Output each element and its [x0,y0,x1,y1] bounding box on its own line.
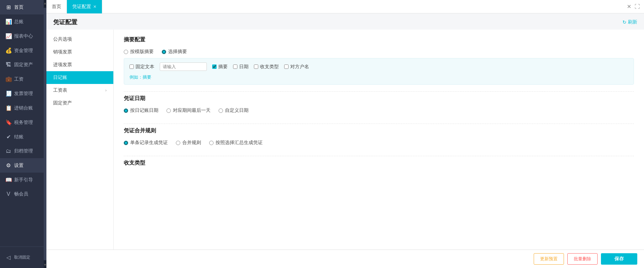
scroll-thumb [44,8,46,260]
checkbox-summary[interactable]: 摘要 [212,64,228,70]
date-radio-period-last-input[interactable] [166,108,171,113]
checkbox-counterpart[interactable]: 对方户名 [284,64,309,70]
summary-section: 摘要配置 按模版摘要 选择摘要 [124,36,634,92]
date-radio-journal[interactable]: 按日记账日期 [124,107,158,114]
expand-button[interactable]: ⛶ [635,4,640,10]
update-preset-button[interactable]: 更新预置 [534,253,564,265]
invoice-icon: 🧾 [5,90,11,97]
checkout-icon: ✔ [5,134,11,140]
summary-radio-select-input[interactable] [162,50,166,54]
date-radio-journal-input[interactable] [124,108,128,113]
summary-radio-select[interactable]: 选择摘要 [162,49,187,55]
summary-checkbox-row: 固定文本 摘要 日期 [124,58,634,85]
left-nav-journal[interactable]: 日记账 [46,71,113,84]
left-nav-common[interactable]: 公共选项 [46,33,113,46]
sidebar: ⊞首页📊总账📈报表中心💰资金管理🏗固定资产💼工资🧾发票管理📋进销台账🔖税务管理✔… [0,0,44,268]
checkbox-date[interactable]: 日期 [233,64,249,70]
save-button[interactable]: 保存 [601,253,637,265]
date-radio-custom[interactable]: 自定义日期 [219,107,249,114]
main-area: 首页凭证配置✕ ✕ ⛶ 凭证配置 ↻ 刷新 公共选项销项发票进项发票日记账工资表… [46,0,644,268]
left-nav-purchase[interactable]: 进项发票 [46,58,113,71]
voucher-date-radio-group: 按日记账日期 对应期间最后一天 自定义日期 [124,107,634,114]
date-radio-custom-input[interactable] [219,108,223,113]
example-text: 例如：摘要 [129,74,628,80]
left-nav-payroll[interactable]: 工资表› [46,84,113,97]
summary-checkbox-group: 固定文本 摘要 日期 [129,62,628,71]
left-nav-fixed_assets[interactable]: 固定资产 [46,97,113,109]
ledger-icon: 📊 [5,18,11,25]
sidebar-cancel-pin[interactable]: ◁ 取消固定 [0,250,44,265]
left-nav: 公共选项销项发票进项发票日记账工资表›固定资产 [46,30,114,250]
sidebar-item-trade[interactable]: 📋进销台账 [0,101,44,115]
sidebar-scrollbar: ▲ ▼ [44,0,46,268]
right-content: 摘要配置 按模版摘要 选择摘要 [114,30,644,250]
merge-radio-merge-input[interactable] [176,141,180,145]
checkbox-date-input[interactable] [233,64,237,69]
income-type-section: 收支类型 [124,160,634,179]
page-title: 凭证配置 [53,18,77,26]
refresh-icon: ↻ [622,19,627,25]
left-nav-sales[interactable]: 销项发票 [46,46,113,58]
tab-bar: 首页凭证配置✕ ✕ ⛶ [46,0,644,13]
merge-radio-summary-input[interactable] [209,141,214,145]
merge-radio-single-input[interactable] [124,141,128,145]
checkbox-income-type-input[interactable] [254,64,258,69]
sidebar-item-report[interactable]: 📈报表中心 [0,29,44,43]
assets-icon: 🏗 [5,62,11,68]
sidebar-item-guide[interactable]: 📖新手引导 [0,173,44,187]
checkbox-counterpart-input[interactable] [284,64,289,69]
batch-delete-button[interactable]: 批量删除 [567,253,598,265]
sidebar-item-salary[interactable]: 💼工资 [0,72,44,86]
guide-icon: 📖 [5,177,11,183]
sidebar-item-invoice[interactable]: 🧾发票管理 [0,86,44,101]
merge-radio-merge[interactable]: 合并规则 [176,140,201,146]
window-controls: ✕ ⛶ [627,3,644,10]
sidebar-item-checkout[interactable]: ✔结账 [0,130,44,144]
sidebar-item-ledger[interactable]: 📊总账 [0,14,44,29]
page-header: 凭证配置 ↻ 刷新 [46,13,644,30]
tab-home[interactable]: 首页 [46,0,67,13]
sidebar-item-vip[interactable]: V畅会员 [0,187,44,201]
summary-title: 摘要配置 [124,36,634,43]
sidebar-item-settings[interactable]: ⚙设置 [0,158,44,173]
sidebar-item-home[interactable]: ⊞首页 [0,0,44,14]
chevron-icon: › [105,88,107,93]
fund-icon: 💰 [5,47,11,54]
report-icon: 📈 [5,33,11,39]
archive-icon: 🗂 [5,148,11,154]
merge-radio-single[interactable]: 单条记录生成凭证 [124,140,168,146]
summary-radio-group: 按模版摘要 选择摘要 [124,49,634,55]
refresh-button[interactable]: ↻ 刷新 [622,19,637,25]
merge-radio-summary[interactable]: 按照选择汇总生成凭证 [209,140,263,146]
tab-voucher[interactable]: 凭证配置✕ [67,0,102,13]
date-radio-period-last[interactable]: 对应期间最后一天 [166,107,211,114]
sidebar-item-assets[interactable]: 🏗固定资产 [0,58,44,72]
main-layout: 公共选项销项发票进项发票日记账工资表›固定资产 摘要配置 按模版摘要 选择摘要 [46,30,644,250]
settings-icon: ⚙ [5,162,11,169]
sidebar-item-tax[interactable]: 🔖税务管理 [0,115,44,130]
voucher-date-section: 凭证日期 按日记账日期 对应期间最后一天 自定义日期 [124,95,634,124]
checkbox-income-type[interactable]: 收支类型 [254,64,279,70]
voucher-date-title: 凭证日期 [124,95,634,102]
merge-rule-radio-group: 单条记录生成凭证 合并规则 按照选择汇总生成凭证 [124,140,634,146]
sidebar-item-fund[interactable]: 💰资金管理 [0,43,44,58]
sidebar-item-archive[interactable]: 🗂归档管理 [0,144,44,158]
summary-radio-template-input[interactable] [124,50,128,54]
tab-close-icon[interactable]: ✕ [93,4,97,9]
summary-radio-template[interactable]: 按模版摘要 [124,49,154,55]
trade-icon: 📋 [5,105,11,111]
close-button[interactable]: ✕ [627,3,631,10]
content-wrapper: 凭证配置 ↻ 刷新 公共选项销项发票进项发票日记账工资表›固定资产 摘要配置 [46,13,644,268]
income-type-title: 收支类型 [124,160,634,167]
salary-icon: 💼 [5,76,11,82]
checkbox-fixed-text[interactable]: 固定文本 [129,64,154,70]
bottom-bar: 更新预置 批量删除 保存 [46,250,644,268]
checkbox-fixed-text-input[interactable] [129,64,134,69]
pin-icon: ◁ [5,254,11,261]
checkbox-summary-input[interactable] [212,64,217,69]
vip-icon: V [5,191,11,197]
home-icon: ⊞ [5,4,11,10]
merge-rule-title: 凭证合并规则 [124,127,634,134]
fixed-text-input[interactable] [160,62,207,71]
sidebar-bottom: ◁ 取消固定 [0,247,44,268]
